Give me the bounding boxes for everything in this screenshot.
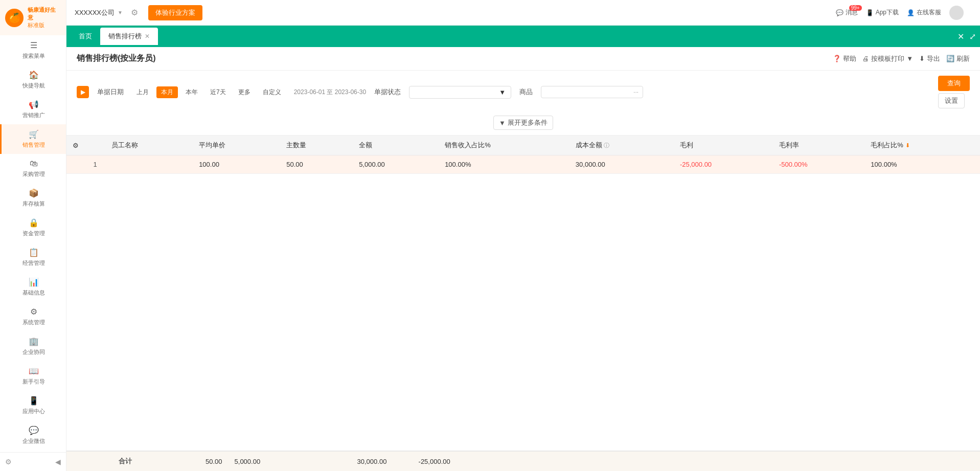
table-row: 1 100.00 50.00 5,000.00 100.00% 30,000.0… [66,155,980,174]
company-selector[interactable]: XXXXXX公司 ▼ [75,8,123,17]
online-service-link[interactable]: 👤 在线客服 [907,8,941,17]
settings-small-button[interactable]: 设置 [938,93,965,108]
sidebar-item-wechat[interactable]: 💬 企业微信 [0,420,66,450]
sidebar-item-operations[interactable]: 📋 经营管理 [0,242,66,272]
print-button[interactable]: 🖨 按模板打印 ▼ [862,54,913,63]
system-icon: ⚙ [30,307,37,317]
sidebar-nav: ☰ 搜索菜单 🏠 快捷导航 📢 营销推广 🛒 销售管理 🛍 采购管理 📦 库存核… [0,35,66,452]
status-select-arrow: ▼ [499,88,506,96]
refresh-icon: 🔄 [946,55,954,62]
sidebar-item-guide[interactable]: 📖 新手引导 [0,361,66,391]
column-settings-icon: ⚙ [73,142,79,149]
message-count: 99+ [849,5,862,11]
tab-sales-ranking[interactable]: 销售排行榜 ✕ [100,28,158,45]
expand-label: 展开更多条件 [508,118,548,127]
expand-icon: ▼ [499,119,506,127]
message-badge[interactable]: 💬 消息 99+ [836,8,858,17]
topbar-settings-icon[interactable]: ⚙ [131,8,138,17]
window-restore-icon[interactable]: ⤢ [969,32,976,41]
app-download-link[interactable]: 📱 App下载 [866,8,899,17]
sidebar-item-basics[interactable]: 📊 基础信息 [0,272,66,302]
export-button[interactable]: ⬇ 导出 [919,54,940,63]
col-settings[interactable]: ⚙ [66,136,85,155]
tab-home-label: 首页 [79,32,92,41]
cost-info-icon: ⓘ [604,142,609,148]
col-sales-ratio: 销售收入占比% [439,136,569,155]
col-name: 员工名称 [105,136,193,155]
filter-collapse-btn[interactable]: ▶ [77,86,89,98]
purchase-icon: 🛍 [30,159,38,168]
sidebar-item-label: 新手引导 [22,378,45,386]
help-button[interactable]: ❓ 帮助 [833,54,856,63]
page-header: 销售排行榜(按业务员) ❓ 帮助 🖨 按模板打印 ▼ ⬇ 导出 🔄 刷新 [66,47,980,71]
sidebar-item-label: 销售管理 [22,141,45,149]
tab-home[interactable]: 首页 [71,28,100,45]
sales-ranking-table: ⚙ 员工名称 平均单价 主数量 全额 销售收入占比% 成本全额 ⓘ 毛利 毛利率… [66,136,980,174]
sidebar-item-system[interactable]: ⚙ 系统管理 [0,302,66,331]
main-area: XXXXXX公司 ▼ ⚙ 体验行业方案 💬 消息 99+ 📱 App下载 👤 在… [66,0,980,471]
tabbar: 首页 销售排行榜 ✕ ✕ ⤢ [66,26,980,47]
footer-cost: 30,000.00 [351,458,413,465]
guide-icon: 📖 [29,366,39,376]
row-rank-cell: 1 [85,155,105,174]
sidebar-footer: ⚙ ◀ [0,452,66,471]
sidebar-item-finance[interactable]: 🔒 资金管理 [0,213,66,242]
sidebar-item-label: 库存核算 [22,200,45,208]
sales-icon: 🛒 [29,129,39,139]
query-button[interactable]: 查询 [938,76,970,91]
date-btn-more[interactable]: 更多 [234,86,255,98]
status-filter-label: 单据状态 [374,87,401,97]
col-cost: 成本全额 ⓘ [569,136,674,155]
col-avg-price: 平均单价 [193,136,280,155]
page-content: 销售排行榜(按业务员) ❓ 帮助 🖨 按模板打印 ▼ ⬇ 导出 🔄 刷新 [66,47,980,471]
sidebar-item-marketing[interactable]: 📢 营销推广 [0,95,66,124]
page-title: 销售排行榜(按业务员) [77,53,156,64]
sidebar-item-apps[interactable]: 📱 应用中心 [0,391,66,420]
filter-action-area: 查询 设置 [938,76,970,108]
tab-close-icon[interactable]: ✕ [145,33,150,40]
row-amount-cell: 5,000.00 [353,155,439,174]
footer-settings-icon[interactable]: ⚙ [5,458,12,466]
goods-more-icon[interactable]: ··· [633,88,639,96]
row-profit-rate-cell: -500.00% [773,155,864,174]
sidebar-item-sales[interactable]: 🛒 销售管理 [0,124,66,154]
date-filter-options: 上月 本月 本年 近7天 更多 自定义 [132,86,286,98]
sidebar-item-enterprise[interactable]: 🏢 企业协同 [0,331,66,361]
home-icon: 🏠 [29,70,39,80]
footer-collapse-icon[interactable]: ◀ [55,458,61,466]
date-btn-this-month[interactable]: 本月 [156,86,178,98]
col-amount: 全额 [353,136,439,155]
sidebar-item-search[interactable]: ☰ 搜索菜单 [0,35,66,65]
table-container: ⚙ 员工名称 平均单价 主数量 全额 销售收入占比% 成本全额 ⓘ 毛利 毛利率… [66,136,980,451]
date-btn-last-month[interactable]: 上月 [132,86,153,98]
sidebar-item-purchase[interactable]: 🛍 采购管理 [0,154,66,183]
apps-icon: 📱 [29,396,39,406]
col-profit-ratio: 毛利占比% ⬇ [864,136,980,155]
date-btn-this-year[interactable]: 本年 [181,86,202,98]
status-select[interactable]: ▼ [409,86,511,99]
goods-input[interactable]: ··· [541,86,643,98]
row-quantity-cell: 50.00 [280,155,353,174]
window-close-icon[interactable]: ✕ [958,32,964,41]
sidebar-item-inventory[interactable]: 📦 库存核算 [0,183,66,213]
export-icon: ⬇ [919,55,925,62]
date-btn-7days[interactable]: 近7天 [206,86,231,98]
inventory-icon: 📦 [29,188,39,198]
table-footer: 合计 50.00 5,000.00 30,000.00 -25,000.00 [66,451,980,471]
trial-button[interactable]: 体验行业方案 [148,5,202,20]
sidebar-item-label: 搜索菜单 [22,52,45,60]
sidebar-item-quick[interactable]: 🏠 快捷导航 [0,65,66,95]
profit-ratio-sort-icon: ⬇ [905,142,910,148]
marketing-icon: 📢 [29,100,39,109]
col-profit: 毛利 [674,136,773,155]
col-profit-rate: 毛利率 [773,136,864,155]
date-btn-custom[interactable]: 自定义 [258,86,286,98]
app-download-label: App下载 [876,8,899,17]
sidebar-item-label: 营销推广 [22,111,45,119]
expand-conditions-btn[interactable]: ▼ 展开更多条件 [493,116,553,130]
topbar: XXXXXX公司 ▼ ⚙ 体验行业方案 💬 消息 99+ 📱 App下载 👤 在… [66,0,980,26]
footer-label: 合计 [73,457,138,466]
refresh-button[interactable]: 🔄 刷新 [946,54,970,63]
avatar[interactable] [949,6,964,20]
sidebar-item-label: 快捷导航 [22,82,45,89]
